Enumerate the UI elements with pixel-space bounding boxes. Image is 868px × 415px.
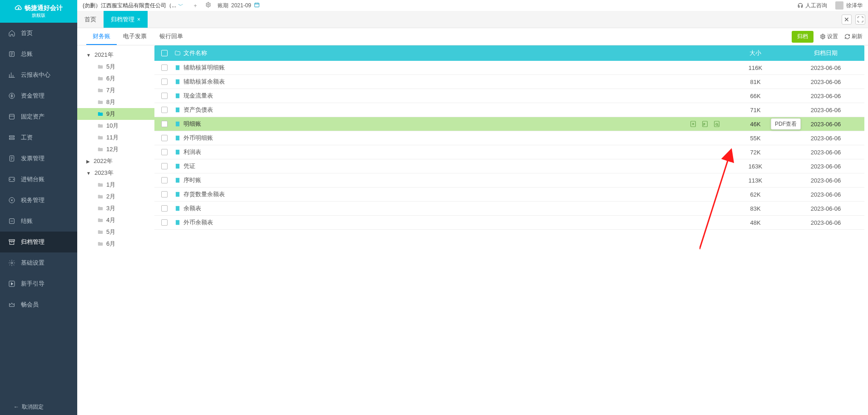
tab-close-button[interactable]: ✕ [842, 15, 852, 25]
table-row[interactable]: 存货数量余额表62K2023-06-06 [154, 188, 864, 202]
home-icon [8, 30, 15, 37]
sidebar-item-7[interactable]: 进销台账 [0, 169, 77, 190]
refresh-button[interactable]: 刷新 [844, 33, 863, 40]
table-row[interactable]: 明细账46K2023-06-06PDF查看 [154, 117, 864, 131]
tree-month[interactable]: 7月 [77, 84, 154, 96]
folder-icon [97, 111, 104, 117]
pdf-preview-icon[interactable] [713, 120, 721, 128]
table-row[interactable]: 序时账113K2023-06-06 [154, 173, 864, 188]
tree-month-label: 1月 [106, 181, 115, 189]
fullscreen-button[interactable]: ⛶ [855, 15, 865, 25]
tree-month[interactable]: 5月 [77, 61, 154, 73]
table-row[interactable]: 辅助核算明细账116K2023-06-06 [154, 61, 864, 75]
tooltip: PDF查看 [771, 119, 801, 130]
svg-rect-30 [176, 206, 179, 211]
tree-month[interactable]: 6月 [77, 238, 154, 250]
table-row[interactable]: 凭证163K2023-06-06 [154, 159, 864, 173]
file-date: 2023-06-06 [787, 149, 864, 156]
sidebar-item-11[interactable]: 基础设置 [0, 252, 77, 273]
folder-icon [97, 99, 104, 105]
row-checkbox[interactable] [161, 64, 168, 71]
settings-button[interactable]: 设置 [820, 33, 838, 40]
company-settings-button[interactable] [205, 2, 211, 9]
sidebar-item-3[interactable]: 资金管理 [0, 85, 77, 106]
table-row[interactable]: 余额表83K2023-06-06 [154, 202, 864, 216]
tree-year[interactable]: ▶2022年 [77, 155, 154, 167]
tree-month[interactable]: 11月 [77, 132, 154, 143]
table-row[interactable]: 资产负债表71K2023-06-06 [154, 103, 864, 117]
row-checkbox[interactable] [161, 79, 168, 85]
file-size: 163K [724, 163, 787, 170]
sidebar-item-0[interactable]: 首页 [0, 23, 77, 44]
username[interactable]: 徐泽华 [846, 2, 863, 10]
row-checkbox[interactable] [161, 121, 168, 127]
tree-month[interactable]: 10月 [77, 120, 154, 132]
tab-1[interactable]: 归档管理× [104, 11, 148, 28]
tree-month[interactable]: 9月 [77, 108, 154, 120]
file-size: 72K [724, 149, 787, 156]
sidebar-item-6[interactable]: 发票管理 [0, 148, 77, 169]
tree-month[interactable]: 3月 [77, 203, 154, 214]
tree-month-label: 12月 [106, 145, 119, 153]
tree-month-label: 8月 [106, 98, 115, 106]
download-excel-icon[interactable] [689, 120, 697, 128]
tree-month[interactable]: 4月 [77, 214, 154, 226]
download-pdf-icon[interactable] [701, 120, 709, 128]
tree-year[interactable]: ▼2023年 [77, 167, 154, 179]
row-checkbox[interactable] [161, 107, 168, 113]
select-all-checkbox[interactable] [161, 50, 168, 56]
sidebar-item-9[interactable]: 结账 [0, 211, 77, 232]
chevron-down-icon[interactable]: ﹀ [178, 2, 184, 10]
support-button[interactable]: 人工咨询 [797, 2, 827, 10]
svg-rect-28 [176, 178, 179, 183]
company-selector[interactable]: (勿删）江西服宝精品有限责任公司（... [83, 2, 176, 10]
sidebar-item-label: 结账 [21, 217, 69, 225]
arrow-left-icon: ← [14, 404, 19, 410]
subtab-0[interactable]: 财务账 [86, 28, 117, 45]
file-date: 2023-06-06 [787, 191, 864, 198]
tree-month[interactable]: 2月 [77, 191, 154, 203]
sidebar-item-12[interactable]: 新手引导 [0, 273, 77, 294]
table-row[interactable]: 利润表72K2023-06-06 [154, 145, 864, 159]
subtab-2[interactable]: 银行回单 [153, 28, 189, 45]
period-value[interactable]: 2021-09 [231, 2, 251, 9]
tree-month[interactable]: 5月 [77, 226, 154, 238]
subtab-1[interactable]: 电子发票 [117, 28, 153, 45]
sidebar-item-13[interactable]: 畅会员 [0, 294, 77, 315]
tree-month[interactable]: 12月 [77, 143, 154, 155]
row-checkbox[interactable] [161, 135, 168, 141]
tab-0[interactable]: 首页 [77, 11, 104, 28]
table-row[interactable]: 外币余额表48K2023-06-06 [154, 216, 864, 230]
calendar-icon[interactable] [254, 2, 260, 9]
sidebar-item-10[interactable]: 归档管理 [0, 232, 77, 252]
row-checkbox[interactable] [161, 163, 168, 169]
file-size: 48K [724, 219, 787, 226]
row-checkbox[interactable] [161, 149, 168, 155]
tree-year[interactable]: ▼2021年 [77, 49, 154, 61]
sidebar-unpin[interactable]: ← 取消固定 [0, 399, 77, 415]
table-row[interactable]: 外币明细账55K2023-06-06 [154, 131, 864, 145]
triangle-icon: ▼ [86, 53, 91, 58]
row-checkbox[interactable] [161, 219, 168, 226]
tree-month[interactable]: 6月 [77, 73, 154, 84]
sidebar-item-5[interactable]: 工资 [0, 127, 77, 148]
sidebar-item-2[interactable]: 云报表中心 [0, 64, 77, 85]
file-date: 2023-06-06 [787, 219, 864, 226]
folder-icon [97, 182, 104, 188]
table-row[interactable]: 辅助核算余额表81K2023-06-06 [154, 75, 864, 89]
avatar[interactable] [835, 1, 843, 10]
row-checkbox[interactable] [161, 205, 168, 212]
add-company-button[interactable]: ＋ [193, 2, 198, 10]
row-checkbox[interactable] [161, 93, 168, 99]
table-row[interactable]: 现金流量表66K2023-06-06 [154, 89, 864, 103]
money-icon [8, 92, 15, 99]
sidebar-item-1[interactable]: 总账 [0, 44, 77, 64]
sidebar-item-4[interactable]: 固定资产 [0, 106, 77, 127]
archive-button[interactable]: 归档 [792, 31, 813, 43]
tree-month[interactable]: 8月 [77, 96, 154, 108]
row-checkbox[interactable] [161, 191, 168, 198]
close-icon[interactable]: × [137, 16, 140, 23]
sidebar-item-8[interactable]: 税务管理 [0, 190, 77, 211]
tree-month[interactable]: 1月 [77, 179, 154, 191]
row-checkbox[interactable] [161, 177, 168, 183]
